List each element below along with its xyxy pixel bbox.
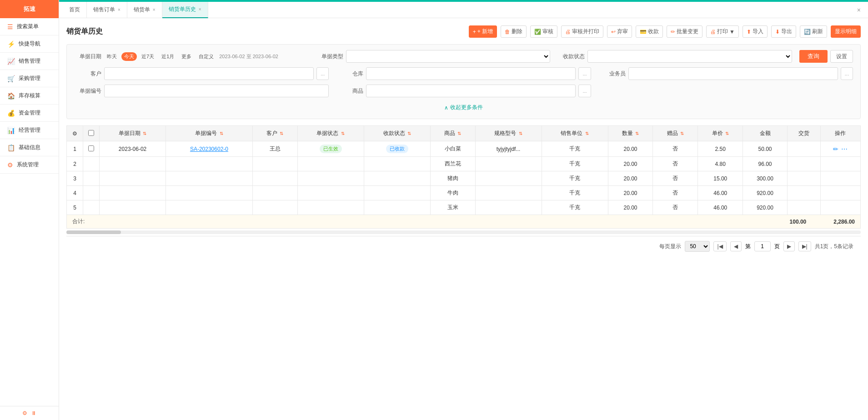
- audit-print-button[interactable]: 🖨 审核并打印: [561, 25, 603, 38]
- refresh-button[interactable]: 🔄 刷新: [800, 25, 827, 38]
- sidebar-item-quick-nav[interactable]: ⚡ 快捷导航: [0, 35, 59, 53]
- row-unit-price: 15.00: [698, 171, 743, 186]
- col-amount[interactable]: 金额: [743, 126, 788, 141]
- export-button[interactable]: ⬇ 导出: [771, 25, 796, 38]
- new-button[interactable]: + + 新增: [469, 25, 497, 38]
- export-icon: ⬇: [775, 29, 780, 35]
- tab-sales-order[interactable]: 销售订单 ×: [87, 2, 127, 18]
- col-doc-date[interactable]: 单据日期 ⇅: [100, 126, 166, 141]
- row-doc-status: 已生效: [297, 141, 364, 157]
- page-size-select[interactable]: 50 100 200: [685, 241, 710, 252]
- goods-input[interactable]: [366, 85, 576, 97]
- col-transaction[interactable]: 交货: [787, 126, 820, 141]
- row-checkbox[interactable]: [88, 145, 94, 151]
- sidebar-bottom-btn2[interactable]: ⏸: [31, 410, 36, 416]
- tab-sales-history[interactable]: 销货单历史 ×: [162, 2, 208, 18]
- sidebar-item-operations-mgmt[interactable]: 📊 经营管理: [0, 122, 59, 139]
- date-tab-1month[interactable]: 近1月: [159, 52, 177, 61]
- goods-ellipsis-btn[interactable]: ...: [578, 85, 591, 97]
- sidebar-item-sales-mgmt[interactable]: 📈 销售管理: [0, 53, 59, 70]
- sidebar-item-funds-mgmt[interactable]: 💰 资金管理: [0, 105, 59, 122]
- filter-section: 单据日期 昨天 今天 近7天 近1月 更多 自定义 2023-06-02 至 2…: [66, 44, 861, 119]
- date-tab-today[interactable]: 今天: [121, 52, 137, 61]
- row-doc-no[interactable]: SA-20230602-0: [166, 141, 253, 157]
- abandon-button[interactable]: ↩ 弃审: [607, 25, 632, 38]
- collect-icon: 💳: [640, 29, 647, 35]
- sidebar-item-inventory[interactable]: 🏠 库存核算: [0, 87, 59, 105]
- date-tab-7days[interactable]: 近7天: [139, 52, 157, 61]
- staff-ellipsis-btn[interactable]: ...: [841, 67, 853, 80]
- date-tab-custom[interactable]: 自定义: [196, 52, 216, 61]
- staff-input[interactable]: [628, 67, 838, 80]
- col-doc-status[interactable]: 单据状态 ⇅: [297, 126, 364, 141]
- filter-group-customer: 客户 ...: [74, 67, 329, 80]
- show-detail-button[interactable]: 显示明细: [831, 25, 861, 38]
- settings-icon[interactable]: ⚙: [72, 130, 77, 137]
- last-page-btn[interactable]: ▶|: [798, 241, 811, 251]
- col-settings[interactable]: ⚙: [67, 126, 83, 141]
- prev-page-btn[interactable]: ◀: [730, 241, 742, 251]
- next-page-btn[interactable]: ▶: [783, 241, 795, 251]
- sidebar-item-system-mgmt[interactable]: ⚙ 系统管理: [0, 156, 59, 174]
- doc-type-select[interactable]: [346, 50, 551, 63]
- row-checkbox-cell: [83, 200, 100, 215]
- tab-sales-delivery[interactable]: 销货单 ×: [127, 2, 162, 18]
- print-button[interactable]: 🖨 打印 ▼: [706, 25, 739, 38]
- warehouse-input[interactable]: [366, 67, 576, 80]
- col-spec[interactable]: 规格型号 ⇅: [475, 126, 542, 141]
- horizontal-scrollbar[interactable]: [66, 230, 861, 234]
- col-doc-no[interactable]: 单据编号 ⇅: [166, 126, 253, 141]
- row-transaction: [787, 200, 820, 215]
- customer-label: 客户: [74, 70, 101, 78]
- doc-no-input[interactable]: [104, 85, 329, 97]
- date-tab-yesterday[interactable]: 昨天: [104, 52, 120, 61]
- batch-change-button[interactable]: ✏ 批量变更: [667, 25, 702, 38]
- collect-button[interactable]: 💳 收款: [636, 25, 663, 38]
- col-qty[interactable]: 数量 ⇅: [608, 126, 653, 141]
- close-sales-history-tab[interactable]: ×: [199, 7, 201, 12]
- query-button[interactable]: 查询: [799, 50, 828, 63]
- first-page-btn[interactable]: |◀: [713, 241, 726, 251]
- doc-no-label: 单据编号: [74, 87, 101, 95]
- collect-status-select[interactable]: [587, 50, 792, 63]
- row-collect-status: [364, 171, 430, 186]
- batch-change-icon: ✏: [671, 29, 675, 35]
- sidebar-item-purchase-mgmt[interactable]: 🛒 采购管理: [0, 70, 59, 87]
- sort-goods-icon: ⇅: [457, 131, 461, 136]
- customer-input[interactable]: [104, 67, 314, 80]
- col-unit-price[interactable]: 单价 ⇅: [698, 126, 743, 141]
- delete-button[interactable]: 🗑 删除: [501, 25, 527, 38]
- more-action-icon[interactable]: ⋯: [841, 145, 848, 153]
- customer-ellipsis-btn[interactable]: ...: [316, 67, 329, 80]
- col-gift[interactable]: 赠品 ⇅: [653, 126, 698, 141]
- sidebar-bottom-btn1[interactable]: ⚙: [22, 410, 27, 416]
- doc-no-link[interactable]: SA-20230602-0: [190, 146, 228, 152]
- filter-row-3: 单据编号 商品 ...: [74, 85, 853, 97]
- date-tab-more[interactable]: 更多: [179, 52, 194, 61]
- col-collect-status[interactable]: 收款状态 ⇅: [364, 126, 430, 141]
- tab-home[interactable]: 首页: [63, 2, 87, 18]
- page-number-input[interactable]: 1: [754, 241, 771, 251]
- sidebar-item-search-menu[interactable]: ☰ 搜索菜单: [0, 18, 59, 35]
- edit-action-icon[interactable]: ✏: [833, 145, 838, 153]
- scroll-thumb[interactable]: [66, 230, 121, 234]
- col-customer[interactable]: 客户 ⇅: [252, 126, 297, 141]
- sidebar-item-basic-info[interactable]: 📋 基础信息: [0, 139, 59, 156]
- warehouse-ellipsis-btn[interactable]: ...: [578, 67, 591, 80]
- audit-button[interactable]: ✅ 审核: [530, 25, 557, 38]
- sort-doc-status-icon: ⇅: [341, 131, 345, 136]
- import-button[interactable]: ⬆ 导入: [743, 25, 768, 38]
- footer-total-amount: 2,286.00: [833, 219, 855, 225]
- row-spec: [475, 200, 542, 215]
- close-sales-delivery-tab[interactable]: ×: [153, 7, 156, 12]
- close-sales-order-tab[interactable]: ×: [118, 7, 120, 12]
- filter-row-2: 客户 ... 仓库 ... 业务员 ...: [74, 67, 853, 80]
- row-spec: [475, 157, 542, 171]
- col-sales-unit[interactable]: 销售单位 ⇅: [542, 126, 608, 141]
- filter-setting-button[interactable]: 设置: [830, 50, 853, 63]
- select-all-checkbox[interactable]: [88, 130, 94, 136]
- data-table: ⚙ 单据日期 ⇅ 单据编号 ⇅ 客户 ⇅: [66, 125, 861, 215]
- collapse-filter-button[interactable]: ∧ 收起更多条件: [74, 102, 853, 113]
- tab-bar-close-all[interactable]: ×: [853, 6, 864, 14]
- col-goods[interactable]: 商品 ⇅: [430, 126, 475, 141]
